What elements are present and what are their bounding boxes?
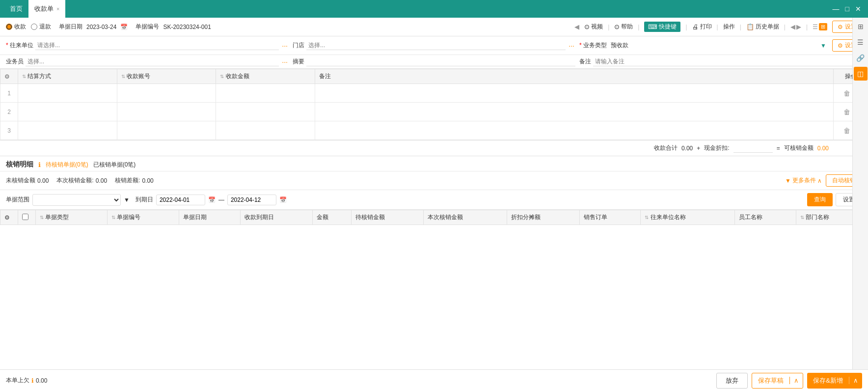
refund-label: 退款 <box>39 23 51 31</box>
plus-sign: + <box>697 145 700 152</box>
date-from-cal-icon[interactable]: 📅 <box>208 196 216 203</box>
sidebar-list-icon[interactable]: ☰ <box>854 35 868 49</box>
ops-link[interactable]: 操作 <box>723 23 735 31</box>
staff-group: 业务员 ··· <box>6 57 289 66</box>
net-label: 可核销金额 <box>784 144 814 152</box>
writeoff-info-icon[interactable]: ℹ <box>38 161 41 168</box>
discard-button[interactable]: 放弃 <box>716 373 748 389</box>
row-1-amount[interactable] <box>216 84 315 103</box>
row-2-settlement[interactable] <box>18 103 117 121</box>
calendar-icon[interactable]: 📅 <box>120 24 128 30</box>
writeoff-title: 核销明细 <box>6 160 33 169</box>
main-container: 收款 退款 单据日期 2023-03-24 📅 单据编号 SK-20230324… <box>0 18 868 391</box>
query-button[interactable]: 查询 <box>807 193 833 206</box>
btcol-counterparty: ⇅ 往来单位名称 <box>641 210 735 225</box>
sidebar-link-icon[interactable]: 🔗 <box>854 51 868 65</box>
btcol-gear: ⚙ <box>0 210 18 225</box>
doc-date-group: 单据日期 2023-03-24 📅 <box>59 23 128 31</box>
pending-link[interactable]: 待核销单据(0笔) <box>46 161 88 169</box>
nav-next-icon[interactable]: ▶ <box>796 23 801 30</box>
biz-type-dropdown-icon[interactable]: ▼ <box>820 42 826 49</box>
counterparty-more-icon[interactable]: ··· <box>281 42 289 50</box>
prev-arrow-icon[interactable]: ◀ <box>574 23 579 30</box>
salesorder-header: 销售订单 <box>584 214 607 221</box>
counterparty-sort-icon[interactable]: ⇅ <box>645 215 649 220</box>
btable-gear-icon[interactable]: ⚙ <box>4 214 10 221</box>
date-to-cal-icon[interactable]: 📅 <box>279 196 287 203</box>
close-window-button[interactable]: ✕ <box>852 5 864 13</box>
help-link[interactable]: ⊙ 帮助 <box>614 23 633 31</box>
video-icon: ⊙ <box>584 23 590 30</box>
discount-input[interactable] <box>733 143 773 153</box>
docnum-sort-icon[interactable]: ⇅ <box>111 215 115 220</box>
select-all-checkbox[interactable] <box>22 214 28 220</box>
save-draft-button[interactable]: 保存草稿 ∧ <box>752 373 803 389</box>
row-2-amount[interactable] <box>216 103 315 121</box>
row-3-note[interactable] <box>315 121 833 140</box>
history-icon: 📋 <box>746 23 754 30</box>
save-draft-arrow-icon[interactable]: ∧ <box>789 377 803 384</box>
sidebar-table-icon[interactable]: ⊞ <box>854 20 868 33</box>
refund-radio[interactable]: 退款 <box>31 23 51 31</box>
staff-input[interactable] <box>26 57 279 66</box>
receive-radio-input[interactable] <box>6 24 12 30</box>
done-link[interactable]: 已核销单据(0笔) <box>93 161 136 169</box>
table-gear-icon[interactable]: ⚙ <box>4 73 10 80</box>
date-from-input[interactable] <box>156 195 205 205</box>
row-1-settlement[interactable] <box>18 84 117 103</box>
tab-close-icon[interactable]: × <box>56 6 59 12</box>
nav-prev-icon[interactable]: ◀ <box>790 23 795 30</box>
discount-header: 折扣分摊额 <box>511 214 541 221</box>
print-link[interactable]: 🖨 打印 <box>692 23 712 31</box>
range-select[interactable] <box>32 194 121 206</box>
receive-radio[interactable]: 收款 <box>6 23 26 31</box>
btcol-discount: 折扣分摊额 <box>507 210 579 225</box>
row-3-amount[interactable] <box>216 121 315 140</box>
dept-sort-icon[interactable]: ⇅ <box>800 215 804 220</box>
refund-radio-input[interactable] <box>31 24 37 30</box>
home-tab[interactable]: 首页 <box>4 4 28 13</box>
row-2-delete-icon[interactable]: 🗑 <box>843 108 850 116</box>
info-icon-footer[interactable]: ℹ <box>31 377 34 384</box>
minimize-button[interactable]: — <box>830 5 842 13</box>
row-2-note[interactable] <box>315 103 833 121</box>
row-3-account[interactable] <box>117 121 216 140</box>
staff-more-icon[interactable]: ··· <box>281 58 289 66</box>
store-input[interactable] <box>306 41 566 50</box>
note-input[interactable] <box>593 57 862 66</box>
note-group: 备注 <box>579 57 862 66</box>
video-link[interactable]: ⊙ 视频 <box>584 23 603 31</box>
more-conditions-btn[interactable]: ▼ 更多条件 ∧ <box>785 176 822 185</box>
right-sidebar: ⊞ ☰ 🔗 ◫ <box>852 18 868 369</box>
row-2-account[interactable] <box>117 103 216 121</box>
period-value: 0.00 <box>36 377 47 384</box>
settlement-sort-icon[interactable]: ⇅ <box>22 74 26 79</box>
row-1-note[interactable] <box>315 84 833 103</box>
doctype-header: 单据类型 <box>45 214 69 221</box>
view-toggle[interactable]: ☰ ⊞ <box>813 23 827 30</box>
save-new-arrow-icon[interactable]: ∧ <box>849 377 862 384</box>
store-more-icon[interactable]: ··· <box>568 42 575 50</box>
counterparty-input[interactable] <box>35 41 279 50</box>
amount-sort-icon[interactable]: ⇅ <box>220 74 224 79</box>
receipt-total-value: 0.00 <box>681 145 693 152</box>
history-link[interactable]: 📋 历史单据 <box>746 23 779 31</box>
biz-type-label: 业务类型 <box>579 41 607 50</box>
save-new-button[interactable]: 保存&新增 ∧ <box>807 373 862 389</box>
doctype-sort-icon[interactable]: ⇅ <box>40 215 44 220</box>
btcol-check <box>18 210 36 225</box>
row-1-delete-icon[interactable]: 🗑 <box>843 89 850 97</box>
diff-amount: 核销差额: 0.00 <box>115 176 154 185</box>
row-1-account[interactable] <box>117 84 216 103</box>
history-label: 历史单据 <box>756 23 779 31</box>
row-3-delete-icon[interactable]: 🗑 <box>843 127 850 135</box>
maximize-button[interactable]: □ <box>842 5 852 13</box>
row-3-settlement[interactable] <box>18 121 117 140</box>
sidebar-expand-icon[interactable]: ◫ <box>854 67 868 81</box>
receipt-tab[interactable]: 收款单 × <box>28 0 65 18</box>
account-sort-icon[interactable]: ⇅ <box>121 74 125 79</box>
summary-input[interactable] <box>306 57 575 66</box>
shortcut-link[interactable]: ⌨ 快捷键 <box>644 22 680 32</box>
date-to-input[interactable] <box>227 195 276 205</box>
list-view-icon: ☰ <box>813 24 818 30</box>
